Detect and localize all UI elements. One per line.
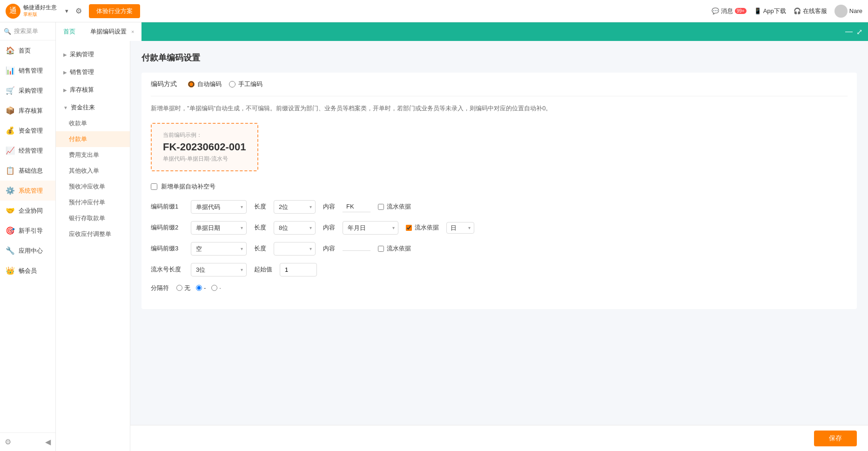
experience-button[interactable]: 体验行业方案 [89,4,140,18]
topbar-settings-icon[interactable]: ⚙ [72,5,85,18]
radio-auto-label: 自动编码 [197,80,222,88]
logo-badge: 掌柜版 [23,11,57,18]
page-body: 付款单编码设置 编码方式 自动编码 [130,41,868,425]
message-item[interactable]: 💬 消息 99+ [712,7,747,15]
prefix1-select[interactable]: 单据代码 [191,200,247,214]
sub-item-expense[interactable]: 费用支出单 [56,147,130,163]
topbar: 通 畅捷通好生意 掌柜版 ▾ ⚙ 体验行业方案 💬 消息 99+ 📱 App下载… [0,0,868,22]
sidebar-item-member[interactable]: 👑 畅会员 [0,261,55,281]
guide-icon: 🎯 [6,226,15,235]
sidebar-item-finance[interactable]: 💰 资金管理 [0,121,55,141]
prefix2-length-wrapper: 8位 [274,221,316,235]
topbar-dropdown[interactable]: ▾ [65,7,68,14]
auto-fill-checkbox[interactable] [151,183,157,190]
search-label: 搜索菜单 [14,27,38,35]
serial-length-select[interactable]: 3位 [191,263,247,276]
prefix3-flow-input[interactable] [378,246,384,252]
encoding-method-label: 编码方式 [151,80,177,88]
prefix3-flow-label: 流水依据 [387,244,411,253]
page-title: 付款单编码设置 [141,52,857,63]
prefix2-length-select[interactable]: 8位 [274,221,316,235]
radio-manual-label: 手工编码 [238,80,262,88]
online-service-item[interactable]: 🎧 在线客服 [794,7,827,15]
sep-dot-input[interactable] [196,285,202,291]
hint-text: 新增单据时，"单据编码"自动生成，不可编辑。前缀设置为部门、业务员等档案类，开单… [151,104,848,114]
sub-item-other-income[interactable]: 其他收入单 [56,163,130,179]
save-button[interactable]: 保存 [814,431,857,446]
sidebar-basics-label: 基础信息 [19,167,43,175]
sep-dot2-input[interactable] [211,285,217,291]
sub-group-purchase-title[interactable]: ▶ 采购管理 [56,47,130,62]
prefix1-length-select[interactable]: 2位 [274,200,316,214]
sidebar-search[interactable]: 🔍 搜索菜单 [0,22,55,40]
separator-options: 无 - · [176,284,221,292]
sep-dot[interactable]: - [196,284,206,291]
prefix1-label: 编码前缀1 [151,202,183,211]
sidebar-item-apps[interactable]: 🔧 应用中心 [0,241,55,261]
sidebar-item-enterprise[interactable]: 🤝 企业协同 [0,201,55,221]
radio-auto[interactable]: 自动编码 [188,80,222,88]
serial-row: 流水号长度 3位 起始值 [151,263,848,276]
main-content: 付款单编码设置 编码方式 自动编码 [130,41,868,451]
sidebar-item-purchase[interactable]: 🛒 采购管理 [0,81,55,101]
sub-group-sales: ▶ 销售管理 [56,64,130,80]
radio-manual[interactable]: 手工编码 [229,80,262,88]
prefix2-content-select[interactable]: 年月日 [343,221,398,235]
tab-maximize-icon[interactable]: ⤢ [856,27,862,36]
prefix3-length-wrapper [274,242,316,256]
sidebar-collapse-icon[interactable]: ◀ [45,438,51,446]
prefix1-length-label: 长度 [254,202,266,211]
sidebar-item-inventory[interactable]: 📦 库存核算 [0,101,55,121]
radio-manual-input[interactable] [229,81,236,88]
tab-home[interactable]: 首页 [56,22,83,41]
sub-item-advance-receive[interactable]: 预收冲应收单 [56,179,130,195]
prefix2-day-select[interactable]: 日 月 年 [446,222,474,234]
user-info[interactable]: Nare [834,5,862,18]
sub-item-receipt[interactable]: 收款单 [56,115,130,131]
sidebar-bottom: ⚙ ◀ [0,432,55,451]
sidebar-item-sales[interactable]: 📊 销售管理 [0,61,55,81]
logo-text: 畅捷通好生意 [23,4,57,12]
message-icon: 💬 [712,7,719,14]
sep-none[interactable]: 无 [176,284,190,292]
sidebar-item-guide[interactable]: 🎯 新手引导 [0,221,55,241]
prefix3-length-select[interactable] [274,242,316,256]
sidebar-item-basics[interactable]: 📋 基础信息 [0,161,55,181]
prefix2-select[interactable]: 单据日期 [191,221,247,235]
tab-minimize-icon[interactable]: — [845,27,853,36]
service-icon: 🎧 [794,7,801,14]
radio-auto-input[interactable] [188,81,195,88]
prefix1-flow-input[interactable] [378,204,384,210]
tab-close-icon[interactable]: × [131,29,134,34]
sidebar-item-operation[interactable]: 📈 经营管理 [0,141,55,161]
tab-encoding-settings[interactable]: 单据编码设置 × [83,22,141,41]
sidebar-item-system[interactable]: ⚙️ 系统管理 [0,181,55,201]
sidebar-operation-label: 经营管理 [19,147,43,155]
prefix2-flow-input[interactable] [406,225,412,231]
sep-dot2[interactable]: · [211,284,221,291]
prefix3-label: 编码前缀3 [151,244,183,253]
main-layout: 🔍 搜索菜单 🏠 首页 📊 销售管理 🛒 采购管理 📦 库存核算 💰 资金管理 … [0,22,868,451]
sub-item-payment[interactable]: 付款单 [56,131,130,147]
serial-start-label: 起始值 [254,265,272,274]
sub-item-advance-pay[interactable]: 预付冲应付单 [56,195,130,210]
topbar-center: ▾ ⚙ 体验行业方案 [65,4,708,18]
tab-home-label: 首页 [63,27,75,36]
sidebar-settings-icon[interactable]: ⚙ [5,438,11,446]
sep-none-input[interactable] [176,285,182,291]
sub-group-funds-title[interactable]: ▼ 资金往来 [56,100,130,115]
sidebar-purchase-label: 采购管理 [19,87,43,95]
sidebar-item-home[interactable]: 🏠 首页 [0,40,55,61]
section-encoding-method: 编码方式 自动编码 手工编码 [141,73,857,309]
finance-icon: 💰 [6,126,15,135]
sub-item-adjustment[interactable]: 应收应付调整单 [56,226,130,242]
sub-group-inventory-title[interactable]: ▶ 库存核算 [56,82,130,98]
prefix3-select[interactable]: 空 [191,242,247,256]
sub-group-sales-title[interactable]: ▶ 销售管理 [56,64,130,80]
tab-bar: 首页 单据编码设置 × — ⤢ [56,22,868,41]
app-download-item[interactable]: 📱 App下载 [754,7,786,15]
logo: 通 畅捷通好生意 掌柜版 [6,4,61,19]
serial-start-input[interactable] [280,263,317,276]
sub-item-bank[interactable]: 银行存取款单 [56,210,130,226]
prefix3-select-wrapper: 空 [191,242,247,256]
